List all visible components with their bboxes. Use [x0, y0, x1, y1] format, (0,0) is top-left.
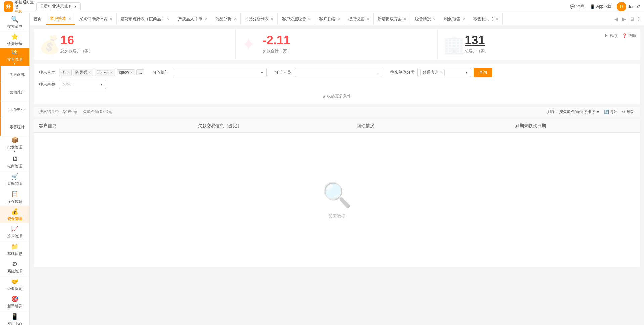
star-icon: ⭐	[11, 33, 18, 40]
tab-close-reminder-settings[interactable]: ✕	[367, 17, 369, 21]
tag-cjttcw-close[interactable]: ✕	[130, 71, 133, 74]
tab-close-business-status[interactable]: ✕	[433, 17, 436, 21]
system-icon: ⚙	[12, 260, 17, 268]
capital-icon: 💰	[11, 208, 18, 215]
unit-filter-tags: 伍 ✕ 陈民强 ✕ 王小亮 ✕	[59, 69, 144, 76]
classification-label: 往来单位分类	[390, 70, 415, 75]
sidebar-item-new-guide[interactable]: 🎯 新手引导	[0, 293, 29, 311]
top-bar: 好 畅捷通好生意 标版 母婴行业演示账套 ▼ 💬 消息 📱 App下载 D de…	[0, 0, 644, 13]
sidebar-item-retail-mgmt[interactable]: 🛍 零售管理 ▼	[0, 48, 29, 66]
result-actions: 排序：按欠款金额倒序排序 ▼ 🔄 导出 ↺ 刷新	[547, 109, 635, 115]
sidebar-item-app-center[interactable]: 📱 应用中心	[0, 311, 29, 325]
result-summary: 搜索结果中，客户0家 欠款金额 0.00元	[39, 109, 112, 115]
message-btn[interactable]: 💬 消息	[570, 4, 585, 9]
stat-value-amount: -2.11	[263, 34, 291, 46]
person-filter-select[interactable]: ...	[295, 68, 382, 77]
top-right-links: ▶ 视频 ❓ 帮助	[604, 33, 636, 39]
tab-reminder-settings[interactable]: 提成设置 ✕	[344, 13, 374, 25]
sort-icon: ▼	[596, 110, 600, 114]
sidebar-item-ecommerce[interactable]: 🖥 电商管理	[0, 153, 29, 171]
tab-fullscreen-btn[interactable]: ⛶	[636, 13, 644, 25]
cls-tag-close[interactable]: ✕	[440, 71, 442, 74]
tab-retail-profit[interactable]: 零售利润（ ✕	[469, 13, 503, 25]
sidebar-item-system[interactable]: ⚙ 系统管理	[0, 258, 29, 276]
dept-filter-select[interactable]: ▼	[173, 68, 267, 77]
sidebar-item-wholesale-mgmt[interactable]: 📦 批发管理 ▼	[0, 136, 29, 153]
workspace-selector[interactable]: 母婴行业演示账套 ▼	[36, 2, 81, 11]
sidebar-item-member-center[interactable]: 会员中心	[0, 101, 29, 118]
tab-product-analysis[interactable]: 商品分析 ✕	[211, 13, 241, 25]
tab-expand-btn[interactable]: ⊟	[628, 13, 636, 25]
empty-text: 暂无数据	[328, 213, 346, 219]
filter-row-2: 往来余额 选择... ▼	[39, 80, 635, 89]
tab-close-inbound-stats[interactable]: ✕	[167, 17, 170, 21]
sidebar-item-search-menu[interactable]: 🔍 搜索菜单	[0, 13, 29, 31]
col-payment-status: 回款情况	[357, 123, 516, 129]
classification-select[interactable]: 普通客户 ✕ ▼	[417, 68, 471, 77]
tab-inbound-stats[interactable]: 进货单统计表（按商品） ✕	[117, 13, 174, 25]
stat-value-customers: 16	[60, 34, 93, 46]
refresh-btn[interactable]: ↺ 刷新	[622, 109, 635, 115]
stat-label-total: 总客户（家）	[465, 48, 489, 54]
tab-customer-contact[interactable]: 客户联络 ✕	[315, 13, 344, 25]
export-btn[interactable]: 🔄 导出	[604, 109, 618, 115]
tab-close-customer-account[interactable]: ✕	[68, 17, 71, 21]
tab-customer-account[interactable]: 客户账本 ✕	[46, 13, 75, 25]
tag-wang-close[interactable]: ✕	[110, 71, 113, 74]
sidebar-item-basic-info[interactable]: 📁 基础信息	[0, 241, 29, 258]
app-icon: 📱	[11, 313, 18, 320]
sidebar-item-enterprise-collab[interactable]: 🤝 企业协同	[0, 276, 29, 293]
tab-home[interactable]: 首页	[30, 13, 46, 25]
tag-wu-close[interactable]: ✕	[67, 71, 69, 74]
tab-new-reminder-plan[interactable]: 新增提成方案 ✕	[374, 13, 411, 25]
top-bar-right: 💬 消息 📱 App下载 D demo2	[570, 2, 640, 11]
business-icon: 📈	[11, 225, 18, 233]
table-container: 客户信息 欠款交易信息（占比） 回款情况 到期未收款日期 🔍 暂无数据	[34, 119, 640, 267]
sidebar-item-inventory[interactable]: 📋 库存核算	[0, 188, 29, 206]
stat-card-customers: 💰 16 总欠款客户（家）	[34, 29, 236, 60]
tab-profit-report[interactable]: 利润报告 ✕	[440, 13, 469, 25]
help-link[interactable]: ❓ 帮助	[622, 33, 636, 39]
logo-area: 好 畅捷通好生意 标版	[4, 0, 34, 13]
tab-close-customer-segment[interactable]: ✕	[308, 17, 311, 21]
more-tags-btn[interactable]: ...	[136, 69, 144, 75]
tab-cost-inbound[interactable]: 产成品入库单 ✕	[174, 13, 211, 25]
sort-btn[interactable]: 排序：按欠款金额倒序排序 ▼	[547, 109, 600, 115]
collapse-btn[interactable]: ∧ 收起更多条件	[39, 92, 635, 100]
tag-chen-close[interactable]: ✕	[88, 71, 91, 74]
refresh-icon: ↺	[622, 110, 626, 114]
tab-close-purchase-order[interactable]: ✕	[110, 17, 112, 21]
sidebar-item-purchase[interactable]: 🛒 采购管理	[0, 171, 29, 188]
tab-business-status[interactable]: 经营情况 ✕	[411, 13, 440, 25]
collab-icon: 🤝	[11, 278, 18, 285]
app-download-btn[interactable]: 📱 App下载	[590, 4, 611, 9]
sidebar-item-retail-mall[interactable]: 零售商城	[0, 66, 29, 83]
tab-close-retail-profit[interactable]: ✕	[496, 17, 498, 21]
tab-close-product-analysis-list[interactable]: ✕	[271, 17, 273, 21]
empty-state: 🔍 暂无数据	[302, 160, 372, 240]
sidebar-item-business[interactable]: 📈 经营管理	[0, 223, 29, 241]
search-result-text: 搜索结果中，客户0家	[39, 109, 78, 115]
sidebar-item-marketing[interactable]: 营销推广	[0, 83, 29, 101]
tab-close-product-analysis[interactable]: ✕	[233, 17, 236, 21]
sidebar-item-retail-stats[interactable]: 零售统计	[0, 118, 29, 136]
sidebar-item-quick-nav[interactable]: ⭐ 快捷导航	[0, 31, 29, 48]
balance-filter-select[interactable]: 选择... ▼	[59, 80, 106, 89]
sidebar-item-capital[interactable]: 💰 资金管理	[0, 206, 29, 223]
user-menu[interactable]: D demo2	[617, 2, 640, 11]
video-link[interactable]: ▶ 视频	[604, 33, 617, 39]
tab-close-profit-report[interactable]: ✕	[462, 17, 465, 21]
tab-purchase-order[interactable]: 采购订单统计表 ✕	[75, 13, 117, 25]
stat-card-amount: ✦ -2.11 欠款合计（万）	[236, 29, 438, 60]
tab-product-analysis-list[interactable]: 商品分析列表 ✕	[241, 13, 278, 25]
tab-next-btn[interactable]: ▶	[620, 13, 628, 25]
more-icon: ...	[377, 71, 379, 74]
collapse-icon: ∧	[323, 94, 326, 99]
tab-close-new-reminder-plan[interactable]: ✕	[404, 17, 406, 21]
logo-text: 畅捷通好生意 标版	[15, 0, 34, 13]
tab-close-customer-contact[interactable]: ✕	[337, 17, 340, 21]
tab-customer-segment[interactable]: 客户分层经营 ✕	[278, 13, 315, 25]
tab-close-cost-inbound[interactable]: ✕	[204, 17, 207, 21]
query-button[interactable]: 查询	[474, 68, 492, 77]
tab-prev-btn[interactable]: ◀	[612, 13, 620, 25]
